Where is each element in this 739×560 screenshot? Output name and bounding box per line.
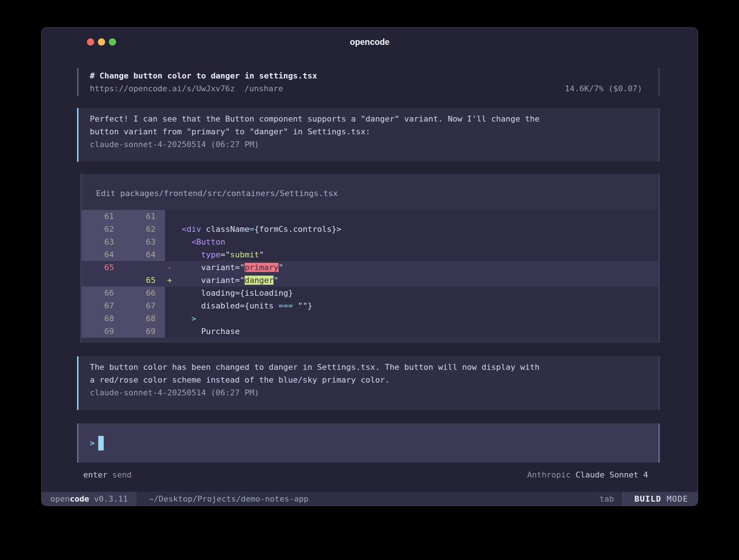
diff-context-marker (167, 327, 172, 336)
code-token: " (279, 263, 283, 272)
code-token: ""} (293, 301, 312, 310)
diff-code-line: <div className={formCs.controls}> (165, 223, 658, 235)
window-title: opencode (42, 37, 698, 47)
header-spacer (283, 82, 565, 95)
code-token: submit (230, 250, 259, 259)
diff-code-line: loading={isLoading} (165, 287, 658, 299)
diff-old-line-number: 67 (82, 299, 123, 312)
code-token: " (259, 250, 264, 259)
hints-row: enter send Anthropic Claude Sonnet 4 (77, 468, 660, 481)
diff-context-marker (167, 314, 172, 323)
unshare-command[interactable]: /unshare (244, 82, 283, 95)
mode-badge[interactable]: BUILD MODE (624, 492, 698, 506)
model-name-gap (571, 468, 575, 481)
assistant-message: The button color has been changed to dan… (77, 356, 660, 410)
diff-plus-marker: + (167, 276, 172, 285)
diff-old-line-number (82, 274, 123, 287)
mode-primary: BUILD (635, 494, 662, 503)
code-token (172, 250, 201, 259)
code-token (172, 314, 191, 323)
code-token: === (279, 301, 293, 310)
diff-new-line-number: 61 (123, 210, 165, 223)
diff-old-line-number: 63 (82, 235, 123, 248)
app-window: opencode # Change button color to danger… (41, 27, 698, 506)
app-brand-badge: opencode v0.3.11 (42, 492, 137, 506)
diff-new-line-number: 64 (123, 248, 165, 261)
message-text-line: a red/rose color scheme instead of the b… (90, 373, 644, 386)
diff-code-line: - variant="primary" (165, 261, 658, 274)
diff-old-line-number: 66 (82, 287, 123, 299)
message-model-meta: claude-sonnet-4-20250514 (06:27 PM) (90, 386, 644, 399)
diff-old-line-number: 65 (82, 261, 123, 274)
diff-row: 6767 disabled={units === ""} (82, 299, 658, 312)
diff-row: 6969 Purchase (82, 325, 658, 338)
message-text-line: button variant from "primary" to "danger… (90, 125, 644, 138)
hint-key: enter (83, 468, 107, 481)
diff-context-marker (167, 225, 172, 234)
code-token: <div (182, 225, 201, 234)
context-usage: 14.6K/7% ($0.07) (565, 82, 642, 95)
message-text-line: The button color has been changed to dan… (90, 361, 644, 373)
message-text-line: Perfect! I can see that the Button compo… (90, 112, 644, 125)
hint-action (107, 468, 112, 481)
diff-code-line (165, 210, 658, 223)
diff-new-line-number: 63 (123, 235, 165, 248)
diff-old-line-number: 69 (82, 325, 123, 338)
diff-rows: 6161 6262 <div className={formCs.control… (82, 210, 658, 338)
code-token: loading={isLoading} (172, 288, 293, 298)
diff-code-line: type="submit" (165, 248, 658, 261)
diff-context-marker (167, 250, 172, 259)
diff-row: 6262 <div className={formCs.controls}> (82, 223, 658, 235)
diff-row: 6464 type="submit" (82, 248, 658, 261)
model-name: Claude Sonnet 4 (575, 468, 648, 481)
code-token: > (191, 314, 196, 323)
diff-context-marker (167, 301, 172, 310)
code-token (172, 225, 182, 234)
hints-spacer (131, 468, 527, 481)
diff-old-line-number: 62 (82, 223, 123, 235)
diff-code-line: disabled={units === ""} (165, 299, 658, 312)
brand-code: code (70, 494, 89, 503)
diff-new-line-number: 65 (123, 274, 165, 287)
code-token: <Button (191, 237, 225, 246)
diff-old-line-number: 68 (82, 312, 123, 325)
diff-context-marker (167, 288, 172, 298)
diff-row: 65- variant="primary" (82, 261, 658, 274)
code-token: disabled={units (172, 301, 278, 310)
diff-old-line-number: 64 (82, 248, 123, 261)
titlebar[interactable]: opencode (42, 28, 698, 49)
code-token: variant=" (172, 263, 245, 272)
diff-row: 6363 <Button (82, 235, 658, 248)
code-token: = (249, 225, 254, 234)
code-token: {formCs.controls}> (254, 225, 341, 234)
diff-new-line-number: 66 (123, 287, 165, 299)
working-directory: ~/Desktop/Projects/demo-notes-app (149, 494, 309, 503)
diff-new-line-number: 69 (123, 325, 165, 338)
message-model-meta: claude-sonnet-4-20250514 (06:27 PM) (90, 138, 644, 151)
diff-row: 65+ variant="danger" (82, 274, 658, 287)
diff-new-line-number: 68 (123, 312, 165, 325)
code-token (172, 237, 191, 246)
session-title: # Change button color to danger in setti… (90, 69, 642, 82)
diff-context-marker (167, 237, 172, 246)
code-token: className (201, 225, 249, 234)
diff-code-line: > (165, 312, 658, 325)
hint-action-label: send (112, 468, 131, 481)
diff-row: 6868 > (82, 312, 658, 325)
code-token: variant=" (172, 276, 245, 285)
brand-open: open (50, 494, 70, 503)
code-token: =" (221, 250, 230, 259)
model-provider: Anthropic (527, 468, 571, 481)
code-token: " (273, 276, 278, 285)
prompt-input[interactable]: > (77, 423, 660, 463)
share-url[interactable]: https://opencode.ai/s/UwJxv76z (90, 82, 235, 95)
diff-new-line-number (123, 261, 165, 274)
code-token: primary (245, 263, 279, 272)
status-bar: opencode v0.3.11 ~/Desktop/Projects/demo… (42, 492, 698, 506)
edit-tool-header: Edit packages/frontend/src/containers/Se… (82, 187, 658, 200)
code-token: Purchase (172, 327, 240, 336)
diff-row: 6666 loading={isLoading} (82, 287, 658, 299)
assistant-message: Perfect! I can see that the Button compo… (77, 108, 660, 162)
tab-key-hint: tab (600, 494, 614, 503)
mode-secondary: MODE (661, 494, 688, 503)
